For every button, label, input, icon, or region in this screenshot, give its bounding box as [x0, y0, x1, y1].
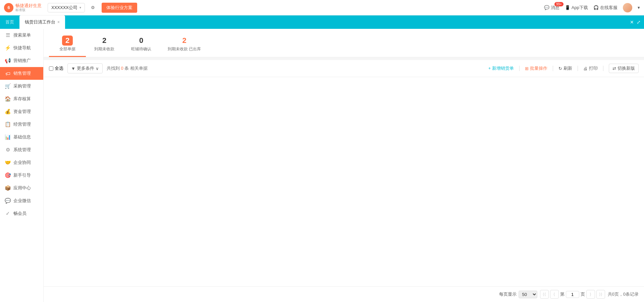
sidebar-item-guide[interactable]: 🎯 新手引导 [0, 169, 43, 182]
avatar[interactable] [623, 3, 632, 12]
inventory-icon: 🏠 [5, 96, 11, 102]
sidebar-item-inventory[interactable]: 🏠 库存核算 [0, 93, 43, 105]
next-page-button[interactable]: ⟩ [586, 290, 595, 299]
sidebar-item-member[interactable]: ✓ 畅会员 [0, 207, 43, 220]
logo-text: 畅捷通好生意 标准版 [15, 3, 42, 12]
trial-button[interactable]: 体验行业方案 [102, 3, 137, 13]
cooperation-icon: 🤝 [5, 160, 11, 166]
sidebar-item-system[interactable]: ⚙ 系统管理 [0, 143, 43, 156]
table-area [44, 77, 644, 286]
per-page-select[interactable]: 50 10 20 100 [519, 291, 537, 298]
toolbar-right: + 新增销货单 ⊞ 批量操作 ↻ 刷新 🖨 打印 [488, 64, 639, 73]
main-layout: ☰ 搜索菜单 ⚡ 快捷导航 📢 营销推广 🏷 销售管理 🛒 采购管理 🏠 库存核… [0, 29, 644, 302]
stat-num-overdue: 2 [99, 36, 110, 46]
stat-tab-unshipped[interactable]: 2 到期未收款 已出库 [160, 33, 209, 57]
page-total: 共0页，0条记录 [608, 291, 639, 297]
tab-expand-area: ✕ ⤢ [630, 19, 644, 25]
marketing-icon: 📢 [5, 58, 11, 64]
sidebar-item-sales[interactable]: 🏷 销售管理 [0, 67, 43, 80]
tab-active[interactable]: 钱货日清工作台 × [19, 15, 65, 29]
refresh-button[interactable]: ↻ 刷新 [558, 65, 572, 71]
expand-icon[interactable]: ⤢ [637, 19, 641, 25]
stat-label-all: 全部单据 [59, 46, 75, 52]
page-input[interactable] [566, 291, 579, 298]
settings-button[interactable]: ⚙ [88, 2, 98, 13]
stats-tabs: 2 全部单据 2 到期未收款 0 旺辅待确认 2 到期未收款 已出库 [44, 29, 644, 57]
toolbar: 全选 ▼ 更多条件 ∨ 共找到 0 条 相关单据 + 新增销货单 ⊞ [44, 60, 644, 77]
stat-label-pending: 旺辅待确认 [131, 46, 151, 52]
select-all-input[interactable] [49, 66, 53, 71]
app-download-button[interactable]: 📱 App下载 [565, 5, 588, 11]
print-icon: 🖨 [583, 66, 588, 71]
message-button[interactable]: 💬 消息 99+ [544, 5, 559, 11]
avatar-image [623, 3, 632, 12]
pagination: 每页显示 50 10 20 100 ⟨⟨ ⟨ 第 页 ⟩ ⟩⟩ 共0页，0条记录 [44, 286, 644, 302]
divider2 [553, 66, 553, 71]
tab-bar: 首页 钱货日清工作台 × ✕ ⤢ [0, 15, 644, 29]
filter-button[interactable]: ▼ 更多条件 ∨ [67, 63, 103, 73]
last-page-button[interactable]: ⟩⟩ [596, 290, 605, 299]
sidebar-item-quick-nav[interactable]: ⚡ 快捷导航 [0, 42, 43, 54]
divider3 [578, 66, 578, 71]
stat-tab-overdue[interactable]: 2 到期未收款 [86, 33, 123, 57]
member-icon: ✓ [5, 210, 11, 217]
batch-operation-button[interactable]: ⊞ 批量操作 [525, 65, 547, 71]
chevron-down-icon: ∨ [96, 66, 99, 71]
sidebar-item-app-center[interactable]: 📦 应用中心 [0, 182, 43, 194]
batch-icon: ⊞ [525, 66, 529, 71]
basic-info-icon: 📊 [5, 134, 11, 140]
top-header: 6 畅捷通好生意 标准版 XXXXXX公司 ▾ ⚙ 体验行业方案 💬 消息 99… [0, 0, 644, 15]
divider4 [603, 66, 603, 71]
stat-label-overdue: 到期未收款 [94, 46, 114, 52]
logo-area: 6 畅捷通好生意 标准版 [4, 3, 48, 12]
service-icon: 🎧 [593, 5, 599, 10]
sidebar-item-operations[interactable]: 📋 经营管理 [0, 118, 43, 131]
online-service-button[interactable]: 🎧 在线客服 [593, 5, 618, 11]
app-center-icon: 📦 [5, 185, 11, 191]
sidebar-item-marketing[interactable]: 📢 营销推广 [0, 54, 43, 67]
add-sales-order-button[interactable]: + 新增销货单 [488, 65, 514, 71]
sidebar-item-wechat[interactable]: 💬 企业微信 [0, 194, 43, 207]
purchase-icon: 🛒 [5, 83, 11, 89]
divider [519, 66, 520, 71]
user-menu[interactable]: ▾ [638, 5, 640, 10]
tab-close-icon[interactable]: × [57, 20, 60, 24]
content-area: 2 全部单据 2 到期未收款 0 旺辅待确认 2 到期未收款 已出库 全选 [44, 29, 644, 302]
prev-page-button[interactable]: ⟨ [550, 290, 559, 299]
page-nav: ⟨⟨ ⟨ 第 页 ⟩ ⟩⟩ [540, 290, 605, 299]
finance-icon: 💰 [5, 109, 11, 115]
stat-tab-all[interactable]: 2 全部单据 [49, 33, 86, 57]
wechat-icon: 💬 [5, 198, 11, 204]
stat-num-pending: 0 [136, 36, 147, 46]
stat-label-unshipped: 到期未收款 已出库 [168, 46, 201, 52]
company-selector[interactable]: XXXXXX公司 ▾ [48, 3, 85, 12]
gear-icon: ⚙ [91, 5, 95, 10]
first-page-button[interactable]: ⟨⟨ [540, 290, 549, 299]
filter-icon: ▼ [71, 66, 75, 71]
found-text: 共找到 0 条 相关单据 [107, 65, 148, 71]
quick-nav-icon: ⚡ [5, 45, 11, 51]
chevron-down-icon: ▾ [79, 6, 81, 9]
tab-home[interactable]: 首页 [0, 15, 19, 29]
stat-tab-pending[interactable]: 0 旺辅待确认 [123, 33, 160, 57]
refresh-icon: ↻ [558, 66, 562, 71]
sidebar-item-search-menu[interactable]: ☰ 搜索菜单 [0, 29, 43, 42]
per-page-selector: 每页显示 50 10 20 100 [499, 291, 537, 298]
guide-icon: 🎯 [5, 172, 11, 178]
sidebar-item-finance[interactable]: 💰 资金管理 [0, 105, 43, 118]
header-right: 💬 消息 99+ 📱 App下载 🎧 在线客服 ▾ [544, 3, 640, 12]
sidebar-item-basic-info[interactable]: 📊 基础信息 [0, 131, 43, 143]
select-all-checkbox[interactable]: 全选 [49, 65, 63, 71]
operations-icon: 📋 [5, 121, 11, 127]
system-icon: ⚙ [5, 147, 11, 153]
stat-num-unshipped: 2 [179, 36, 190, 46]
switch-icon: ⇄ [612, 66, 616, 71]
chevron-down-icon: ▾ [638, 5, 640, 10]
sidebar-item-purchase[interactable]: 🛒 采购管理 [0, 80, 43, 93]
print-button[interactable]: 🖨 打印 [583, 65, 598, 71]
sidebar-item-cooperation[interactable]: 🤝 企业协同 [0, 156, 43, 169]
switch-version-button[interactable]: ⇄ 切换新版 [609, 64, 639, 73]
search-menu-icon: ☰ [5, 32, 11, 38]
close-window-icon[interactable]: ✕ [630, 19, 634, 25]
sales-icon: 🏷 [5, 71, 11, 76]
